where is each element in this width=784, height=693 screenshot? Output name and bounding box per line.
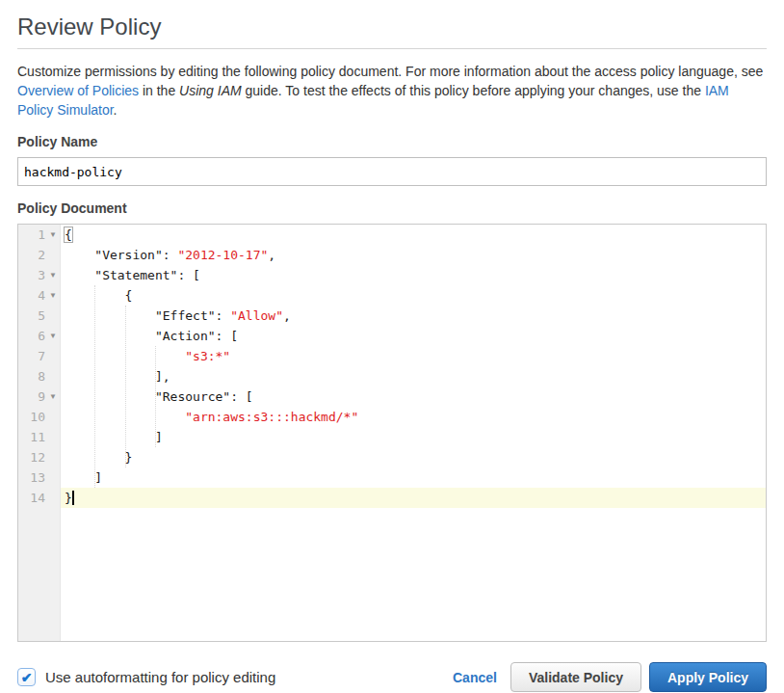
fold-arrow-icon[interactable]: ▼ — [49, 285, 57, 306]
description-text-3: guide. To test the effects of this polic… — [242, 83, 705, 98]
gutter-line-number: 6▼ — [18, 326, 60, 346]
description-text-1: Customize permissions by editing the fol… — [17, 64, 763, 79]
description-text-4: . — [114, 102, 118, 118]
gutter-line-number: 9▼ — [18, 386, 60, 407]
code-string-token: "s3:*" — [185, 349, 230, 363]
text-cursor — [72, 491, 74, 505]
code-string-token: "Allow" — [230, 308, 283, 323]
policy-document-editor[interactable]: 1▼23▼4▼56▼789▼1011121314 { "Version": "2… — [17, 224, 767, 642]
gutter-line-number: 5 — [18, 306, 60, 326]
fold-arrow-icon[interactable]: ▼ — [49, 326, 57, 346]
code-line[interactable]: ] — [61, 467, 766, 488]
policy-name-label: Policy Name — [17, 134, 767, 149]
gutter-line-number: 3▼ — [18, 265, 60, 285]
gutter-line-number: 10 — [18, 407, 60, 427]
code-line[interactable]: ] — [61, 427, 766, 447]
description: Customize permissions by editing the fol… — [17, 62, 767, 120]
description-text-2: in the — [139, 83, 179, 98]
code-line[interactable]: "s3:*" — [61, 346, 766, 366]
code-token: "Statement": [ — [65, 268, 200, 282]
editor-code[interactable]: { "Version": "2012-10-17", "Statement": … — [61, 225, 766, 641]
code-line[interactable]: "Version": "2012-10-17", — [61, 245, 766, 265]
code-token: ] — [65, 430, 163, 444]
code-token: } — [65, 450, 132, 465]
code-token: , — [268, 248, 275, 262]
fold-arrow-icon[interactable]: ▼ — [49, 265, 57, 285]
autoformat-toggle[interactable]: ✔ Use autoformatting for policy editing — [17, 668, 275, 686]
code-token: "Effect": — [65, 308, 230, 323]
overview-of-policies-link[interactable]: Overview of Policies — [17, 83, 139, 98]
code-line[interactable]: } — [61, 488, 766, 508]
gutter-line-number: 1▼ — [18, 225, 60, 245]
title-divider — [17, 48, 767, 49]
code-line[interactable]: { — [61, 285, 766, 306]
gutter-line-number: 11 — [18, 427, 60, 447]
policy-name-input[interactable] — [17, 157, 767, 186]
page-title: Review Policy — [17, 13, 767, 48]
code-line[interactable]: ], — [61, 366, 766, 386]
code-string-token: "arn:aws:s3:::hackmd/*" — [185, 410, 358, 424]
apply-policy-button[interactable]: Apply Policy — [649, 662, 767, 692]
code-token: , — [283, 308, 291, 323]
gutter-line-number: 13 — [18, 467, 60, 488]
code-token: "Version": — [65, 248, 177, 262]
autoformat-checkbox[interactable]: ✔ — [17, 668, 36, 686]
code-line[interactable]: { — [61, 225, 766, 245]
code-token: { — [65, 288, 132, 303]
code-string-token: "2012-10-17" — [177, 248, 268, 262]
guide-name: Using IAM — [179, 83, 242, 98]
footer-actions: Cancel Validate Policy Apply Policy — [453, 662, 767, 692]
check-icon: ✔ — [21, 671, 33, 684]
code-line[interactable]: "Statement": [ — [61, 265, 766, 285]
code-token: } — [65, 491, 72, 505]
policy-document-label: Policy Document — [17, 200, 767, 216]
code-line[interactable]: "Effect": "Allow", — [61, 306, 766, 326]
autoformat-label: Use autoformatting for policy editing — [45, 669, 275, 685]
code-token: "Resource": [ — [65, 389, 253, 404]
gutter-line-number: 12 — [18, 447, 60, 467]
code-token: "Action": [ — [65, 329, 238, 343]
gutter-line-number: 8 — [18, 366, 60, 386]
gutter-line-number: 7 — [18, 346, 60, 366]
code-token — [65, 349, 185, 363]
code-token — [65, 410, 185, 424]
code-token: { — [64, 227, 73, 243]
code-token: ], — [65, 369, 170, 384]
code-line[interactable]: "Resource": [ — [61, 386, 766, 407]
code-line[interactable]: "arn:aws:s3:::hackmd/*" — [61, 407, 766, 427]
code-line[interactable]: "Action": [ — [61, 326, 766, 346]
review-policy-page: Review Policy Customize permissions by e… — [0, 0, 784, 692]
gutter-line-number: 4▼ — [18, 285, 60, 306]
gutter-line-number: 2 — [18, 245, 60, 265]
validate-policy-button[interactable]: Validate Policy — [510, 662, 641, 692]
fold-arrow-icon[interactable]: ▼ — [49, 386, 57, 407]
code-line[interactable]: } — [61, 447, 766, 467]
footer-bar: ✔ Use autoformatting for policy editing … — [17, 662, 767, 692]
cancel-link[interactable]: Cancel — [453, 670, 497, 685]
code-token: ] — [65, 470, 102, 485]
editor-gutter: 1▼23▼4▼56▼789▼1011121314 — [18, 225, 61, 641]
gutter-line-number: 14 — [18, 488, 60, 508]
fold-arrow-icon[interactable]: ▼ — [49, 225, 57, 245]
